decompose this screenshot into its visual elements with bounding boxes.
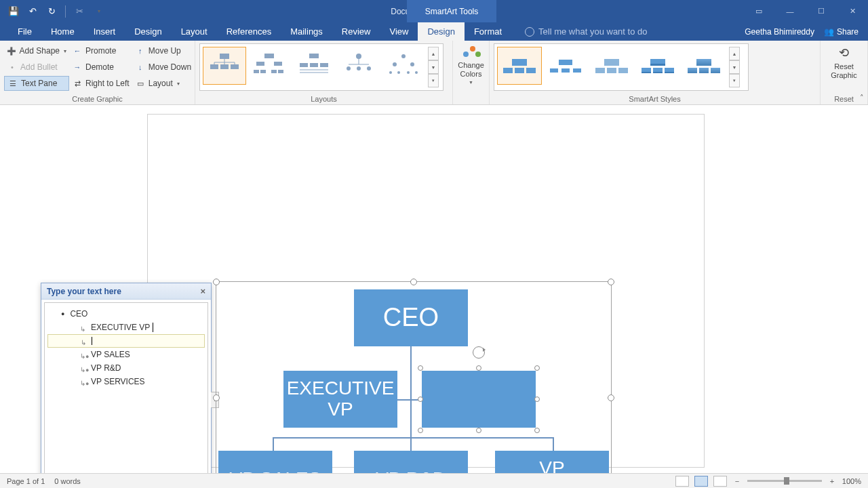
quick-access-toolbar: 💾 ↶ ↻ ✂: [0, 3, 106, 20]
text-pane-body[interactable]: ●CEO EXECUTIVE VP ●VP SALES ●VP R&D ●VP …: [44, 302, 208, 488]
tab-file[interactable]: File: [8, 22, 41, 41]
tab-insert[interactable]: Insert: [84, 22, 125, 41]
resize-handle[interactable]: [534, 428, 540, 433]
svg-point-34: [415, 71, 418, 74]
org-chart[interactable]: CEO EXECUTIVE VP VP SALES VP R&D VP SERV…: [218, 287, 609, 488]
minimize-icon[interactable]: —: [774, 0, 806, 22]
tab-design[interactable]: Design: [125, 22, 171, 41]
resize-handle[interactable]: [608, 279, 614, 285]
tab-smartart-format[interactable]: Format: [465, 22, 511, 41]
tab-layout[interactable]: Layout: [172, 22, 217, 41]
tab-smartart-design[interactable]: Design: [418, 22, 464, 41]
zoom-level[interactable]: 100%: [842, 477, 861, 485]
text-pane-button[interactable]: ☰Text Pane: [4, 76, 69, 91]
redo-icon[interactable]: ↻: [43, 3, 60, 20]
styles-gallery[interactable]: ▲ ▼ ▾: [494, 43, 749, 91]
text-pane-item-new[interactable]: [47, 334, 205, 348]
style-option-5[interactable]: [682, 47, 726, 85]
undo-icon[interactable]: ↶: [24, 3, 41, 20]
group-label: Create Graphic: [0, 95, 195, 103]
svg-rect-1: [210, 64, 218, 69]
read-mode-icon[interactable]: [675, 476, 689, 487]
change-colors-button[interactable]: Change Colors ▼: [457, 43, 485, 86]
svg-point-24: [357, 66, 361, 70]
gallery-up-icon[interactable]: ▲: [729, 47, 740, 60]
tab-mailings[interactable]: Mailings: [281, 22, 332, 41]
layout-option-1[interactable]: [203, 47, 246, 85]
tab-review[interactable]: Review: [332, 22, 380, 41]
gallery-more-icon[interactable]: ▾: [428, 74, 439, 87]
move-down-button[interactable]: Move Down: [132, 60, 194, 75]
right-to-left-button[interactable]: ⇄Right to Left: [69, 76, 132, 91]
share-button[interactable]: 👥 Share: [824, 27, 859, 37]
text-pane-item-ceo[interactable]: ●CEO: [47, 307, 205, 321]
text-pane-header[interactable]: Type your text here ×: [41, 283, 211, 300]
cut-icon[interactable]: ✂: [71, 3, 87, 20]
layouts-gallery[interactable]: ▲ ▼ ▾: [199, 43, 443, 91]
org-box-ceo[interactable]: CEO: [354, 289, 468, 346]
ribbon-options-icon[interactable]: ▭: [743, 0, 774, 22]
text-pane-item-vps[interactable]: ●VP SALES: [47, 348, 205, 361]
gallery-up-icon[interactable]: ▲: [428, 47, 439, 60]
svg-rect-18: [310, 63, 318, 67]
style-option-2[interactable]: [543, 47, 588, 85]
print-layout-icon[interactable]: [694, 476, 708, 487]
gallery-down-icon[interactable]: ▼: [729, 60, 740, 74]
zoom-slider[interactable]: [747, 480, 822, 482]
maximize-icon[interactable]: ☐: [806, 0, 837, 22]
zoom-in-icon[interactable]: +: [827, 477, 837, 485]
word-count[interactable]: 0 words: [54, 477, 81, 485]
style-option-3[interactable]: [589, 47, 634, 85]
qat-customize-icon[interactable]: [90, 3, 106, 20]
close-icon[interactable]: ×: [200, 286, 205, 296]
resize-handle[interactable]: [410, 279, 417, 285]
group-layouts: ▲ ▼ ▾ Layouts: [195, 41, 453, 104]
tab-home[interactable]: Home: [41, 22, 84, 41]
layout-option-4[interactable]: [337, 47, 380, 85]
style-option-4[interactable]: [635, 47, 680, 85]
org-box-executive-vp[interactable]: EXECUTIVE VP: [283, 371, 397, 428]
layout-button[interactable]: ▭Layout: [132, 76, 194, 91]
page-indicator[interactable]: Page 1 of 1: [7, 477, 45, 485]
add-bullet-button: •Add Bullet: [4, 60, 69, 75]
svg-point-31: [389, 71, 392, 74]
gallery-down-icon[interactable]: ▼: [428, 60, 439, 74]
zoom-out-icon[interactable]: −: [732, 477, 742, 485]
connector-line: [410, 437, 412, 451]
rotate-handle-icon[interactable]: [473, 346, 485, 359]
svg-rect-0: [220, 54, 229, 59]
collapse-ribbon-icon[interactable]: ˄: [860, 94, 864, 102]
style-option-1[interactable]: [497, 47, 542, 85]
text-pane-item-vprd[interactable]: ●VP R&D: [47, 361, 205, 375]
promote-button[interactable]: Promote: [69, 43, 132, 58]
user-name[interactable]: Geetha Bhimireddy: [745, 27, 814, 37]
resize-handle[interactable]: [418, 428, 423, 433]
move-up-button[interactable]: Move Up: [132, 43, 194, 58]
add-shape-button[interactable]: ➕Add Shape: [4, 43, 69, 58]
demote-button[interactable]: Demote: [69, 60, 132, 75]
resize-handle[interactable]: [534, 365, 540, 371]
gallery-more-icon[interactable]: ▾: [729, 74, 740, 87]
svg-point-32: [397, 71, 400, 74]
tab-view[interactable]: View: [380, 22, 418, 41]
resize-handle[interactable]: [476, 428, 481, 433]
text-pane-item-vpserv[interactable]: ●VP SERVICES: [47, 375, 205, 388]
save-icon[interactable]: 💾: [5, 3, 22, 20]
reset-graphic-button[interactable]: ⟲ Reset Graphic: [825, 43, 863, 80]
add-shape-icon: ➕: [7, 45, 17, 56]
web-layout-icon[interactable]: [713, 476, 727, 487]
resize-handle[interactable]: [213, 279, 220, 285]
tab-references[interactable]: References: [217, 22, 281, 41]
svg-rect-11: [274, 62, 282, 66]
resize-handle[interactable]: [418, 396, 423, 402]
close-icon[interactable]: ✕: [837, 0, 868, 22]
tell-me-search[interactable]: Tell me what you want to do: [511, 22, 745, 41]
layout-option-3[interactable]: [292, 47, 336, 85]
ribbon-tabs: File Home Insert Design Layout Reference…: [0, 22, 868, 41]
layout-option-5[interactable]: [382, 47, 425, 85]
resize-handle[interactable]: [476, 365, 481, 371]
resize-handle[interactable]: [418, 365, 423, 371]
text-pane-item-exvp[interactable]: EXECUTIVE VP: [47, 321, 205, 334]
resize-handle[interactable]: [534, 396, 540, 402]
layout-option-2[interactable]: [248, 47, 291, 85]
